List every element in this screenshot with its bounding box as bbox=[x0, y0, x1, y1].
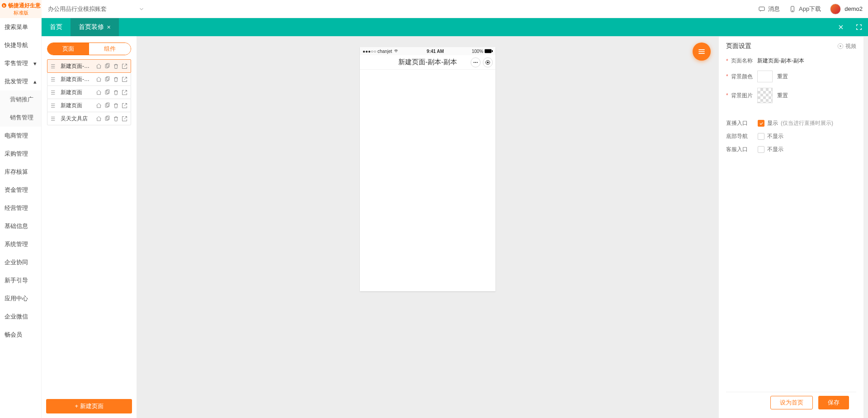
delete-icon[interactable] bbox=[113, 102, 119, 109]
svg-point-17 bbox=[474, 62, 475, 63]
service-checkbox[interactable] bbox=[758, 146, 764, 153]
app-download-link[interactable]: App下载 bbox=[789, 5, 821, 13]
page-list-item[interactable]: 新建页面-副本... bbox=[47, 59, 131, 73]
delete-icon[interactable] bbox=[113, 76, 119, 83]
messages-link[interactable]: 消息 bbox=[758, 5, 780, 13]
svg-point-21 bbox=[487, 62, 489, 63]
brand-badge: b 畅捷通好生意 标准版 bbox=[0, 0, 42, 18]
avatar[interactable] bbox=[830, 4, 841, 14]
nav-item[interactable]: 搜索菜单 bbox=[0, 18, 41, 36]
copy-icon[interactable] bbox=[104, 63, 111, 70]
drag-icon bbox=[50, 76, 57, 83]
bgcolor-swatch[interactable] bbox=[757, 71, 773, 82]
home-icon[interactable] bbox=[95, 115, 102, 122]
page-label: 吴天文具店 bbox=[61, 115, 94, 123]
svg-rect-16 bbox=[492, 50, 493, 52]
nav-item[interactable]: 快捷导航 bbox=[0, 36, 41, 54]
home-icon[interactable] bbox=[95, 63, 102, 70]
add-page-button[interactable]: + 新建页面 bbox=[46, 399, 132, 413]
play-icon bbox=[837, 43, 844, 49]
nav-item[interactable]: 库存核算 bbox=[0, 163, 41, 181]
delete-icon[interactable] bbox=[113, 115, 119, 122]
service-text: 不显示 bbox=[767, 146, 783, 153]
chevron-icon: ▴ bbox=[33, 78, 37, 85]
bottom-nav-checkbox[interactable] bbox=[758, 133, 764, 140]
bgcolor-reset[interactable]: 重置 bbox=[777, 73, 788, 81]
tabbar-close-icon[interactable] bbox=[832, 18, 850, 36]
page-list-item[interactable]: 新建页面 bbox=[47, 99, 131, 112]
nav-item[interactable]: 电商管理 bbox=[0, 127, 41, 145]
workspace-dropdown[interactable]: 办公用品行业模拟账套 bbox=[48, 5, 107, 13]
page-name-input[interactable] bbox=[757, 57, 856, 65]
message-icon bbox=[758, 5, 765, 13]
bgimage-swatch[interactable] bbox=[757, 88, 773, 103]
svg-point-19 bbox=[477, 62, 478, 63]
nav-item[interactable]: 经营管理 bbox=[0, 199, 41, 217]
copy-icon[interactable] bbox=[104, 115, 111, 122]
toggle-component[interactable]: 组件 bbox=[89, 43, 131, 55]
settings-footer: 设为首页 保存 bbox=[726, 392, 856, 413]
svg-rect-9 bbox=[105, 90, 108, 94]
phone-navbar: 新建页面-副本-副本 bbox=[360, 55, 495, 70]
close-tab-icon[interactable]: ✕ bbox=[107, 24, 111, 30]
fullscreen-icon[interactable] bbox=[850, 18, 868, 36]
tab-home[interactable]: 首页 bbox=[42, 18, 71, 36]
live-hint: (仅当进行直播时展示) bbox=[781, 119, 833, 127]
external-icon[interactable] bbox=[121, 63, 128, 70]
nav-item[interactable]: 零售管理▾ bbox=[0, 54, 41, 72]
miniprogram-close-icon[interactable] bbox=[483, 57, 493, 67]
video-help-link[interactable]: 视频 bbox=[837, 43, 856, 50]
toggle-page[interactable]: 页面 bbox=[47, 43, 89, 55]
home-icon[interactable] bbox=[95, 89, 102, 96]
save-button[interactable]: 保存 bbox=[818, 396, 849, 409]
copy-icon[interactable] bbox=[104, 89, 111, 96]
nav-item[interactable]: 企业微信 bbox=[0, 308, 41, 326]
nav-item[interactable]: 畅会员 bbox=[0, 326, 41, 344]
phone-page-title: 新建页面-副本-副本 bbox=[398, 58, 457, 66]
nav-item[interactable]: 批发管理▴ bbox=[0, 72, 41, 90]
svg-text:b: b bbox=[3, 4, 5, 7]
battery-label: 100% bbox=[472, 49, 483, 54]
settings-panel: 页面设置 视频 * 页面名称 * 背景颜色 bbox=[719, 36, 863, 418]
delete-icon[interactable] bbox=[113, 63, 119, 70]
bgimage-label: 背景图片 bbox=[731, 92, 757, 100]
nav-subitem[interactable]: 营销推广 bbox=[0, 90, 41, 109]
row-bg-color: * 背景颜色 重置 bbox=[726, 71, 856, 82]
svg-rect-14 bbox=[107, 116, 109, 119]
tab-decorate[interactable]: 首页装修✕ bbox=[71, 18, 119, 36]
settings-title: 页面设置 bbox=[726, 42, 751, 50]
miniprogram-menu-icon[interactable] bbox=[471, 57, 481, 67]
external-icon[interactable] bbox=[121, 89, 128, 96]
page-list-item[interactable]: 新建页面-副本 bbox=[47, 72, 131, 86]
nav-subitem[interactable]: 销售管理 bbox=[0, 109, 41, 127]
copy-icon[interactable] bbox=[104, 102, 111, 109]
external-icon[interactable] bbox=[121, 102, 128, 109]
set-home-button[interactable]: 设为首页 bbox=[770, 396, 813, 409]
brand-line1: b 畅捷通好生意 bbox=[1, 2, 41, 10]
live-show-checkbox[interactable] bbox=[758, 120, 764, 127]
nav-item[interactable]: 基础信息 bbox=[0, 217, 41, 235]
primary-nav: 搜索菜单快捷导航零售管理▾批发管理▴营销推广销售管理电商管理采购管理库存核算资金… bbox=[0, 18, 42, 418]
phone-icon bbox=[789, 5, 796, 13]
external-icon[interactable] bbox=[121, 76, 128, 83]
nav-item[interactable]: 采购管理 bbox=[0, 145, 41, 163]
nav-item[interactable]: 资金管理 bbox=[0, 181, 41, 199]
scrollbar-stub[interactable] bbox=[863, 36, 868, 418]
page-list-item[interactable]: 新建页面 bbox=[47, 86, 131, 99]
nav-item[interactable]: 应用中心 bbox=[0, 290, 41, 308]
home-icon[interactable] bbox=[95, 76, 102, 83]
nav-item[interactable]: 系统管理 bbox=[0, 235, 41, 253]
svg-rect-2 bbox=[759, 7, 764, 10]
page-list-item[interactable]: 吴天文具店 bbox=[47, 112, 131, 125]
home-icon[interactable] bbox=[95, 102, 102, 109]
nav-item[interactable]: 新手引导 bbox=[0, 271, 41, 290]
drag-icon bbox=[50, 115, 57, 122]
drag-icon bbox=[50, 89, 57, 96]
external-icon[interactable] bbox=[121, 115, 128, 122]
fab-menu-button[interactable] bbox=[693, 43, 711, 61]
bgimage-reset[interactable]: 重置 bbox=[777, 92, 788, 100]
delete-icon[interactable] bbox=[113, 89, 119, 96]
bgcolor-label: 背景颜色 bbox=[731, 73, 757, 81]
copy-icon[interactable] bbox=[104, 76, 111, 83]
nav-item[interactable]: 企业协同 bbox=[0, 253, 41, 271]
